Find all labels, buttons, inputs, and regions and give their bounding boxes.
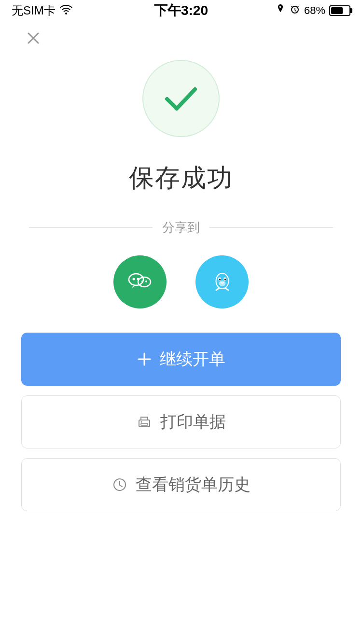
wifi-icon [59,4,73,17]
print-label: 打印单据 [160,411,226,433]
battery-percent: 68% [304,4,325,17]
history-button[interactable]: 查看销货单历史 [21,458,341,511]
svg-point-4 [137,278,139,280]
svg-point-16 [141,421,142,423]
qq-share-button[interactable] [195,255,249,308]
svg-point-3 [132,278,135,280]
svg-point-5 [141,280,143,282]
svg-point-6 [145,280,147,282]
divider-right [209,227,333,228]
share-label: 分享到 [153,219,209,236]
main-content: 保存成功 分享到 [0,21,362,511]
svg-rect-15 [141,423,148,425]
svg-point-13 [219,280,225,286]
print-button[interactable]: 打印单据 [21,395,341,448]
status-carrier: 无SIM卡 [12,3,73,18]
status-time: 下午3:20 [154,1,208,20]
success-icon-circle [142,60,220,137]
status-indicators: 68% [275,4,350,17]
svg-point-11 [219,279,221,280]
close-button[interactable] [21,26,45,50]
share-section: 分享到 [0,219,362,308]
continue-button[interactable]: 继续开单 [21,333,341,386]
history-label: 查看销货单历史 [136,474,251,496]
continue-label: 继续开单 [160,348,225,370]
svg-point-1 [129,274,143,285]
carrier-text: 无SIM卡 [12,3,56,18]
location-icon [275,4,286,17]
battery-icon [329,5,350,16]
status-bar: 无SIM卡 下午3:20 68% [0,0,362,21]
share-divider: 分享到 [0,219,362,236]
svg-point-12 [224,279,226,280]
alarm-icon [290,4,300,17]
wechat-share-button[interactable] [113,255,167,308]
actions-section: 继续开单 打印单据 查看销货单历史 [0,333,362,511]
svg-point-2 [138,277,151,287]
success-title: 保存成功 [129,161,233,195]
share-icons-row [113,255,249,308]
divider-left [29,227,153,228]
